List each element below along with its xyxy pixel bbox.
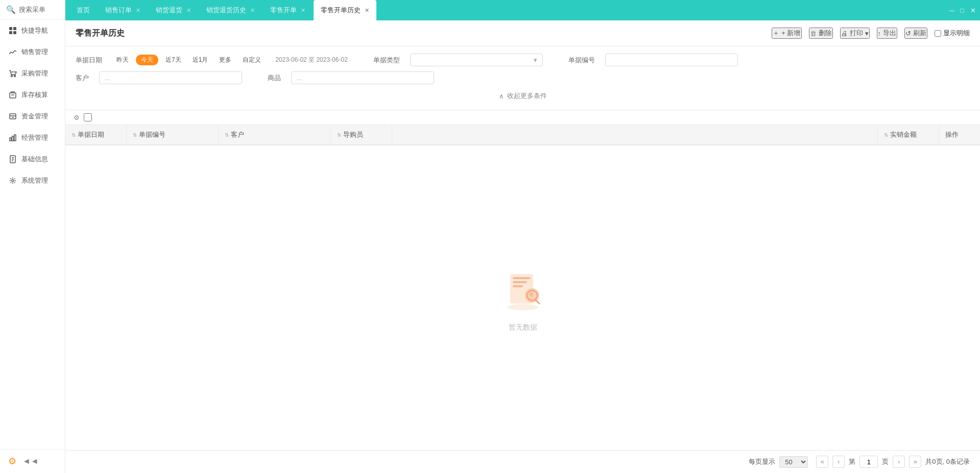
date-btn-today[interactable]: 今天	[136, 55, 158, 65]
th-amount[interactable]: ⇅ 实销金额	[878, 125, 939, 144]
per-page-label: 每页显示	[749, 457, 775, 466]
export-button[interactable]: ↑ 导出	[877, 28, 898, 39]
page-label-pre: 第	[849, 457, 855, 466]
collapse-label: 收起更多条件	[507, 91, 547, 101]
per-page-select[interactable]: 50 10 20 100	[779, 456, 808, 468]
doc-type-select[interactable]: ▾	[410, 54, 543, 66]
next-page-btn[interactable]: ›	[893, 456, 905, 468]
sidebar-item-finance[interactable]: 资金管理	[0, 106, 65, 127]
sidebar-item-operations[interactable]: 经营管理	[0, 127, 65, 148]
th-amount-label: 实销金额	[890, 130, 917, 139]
doc-num-input[interactable]	[605, 54, 738, 66]
tab-sales-return-close[interactable]: ✕	[186, 7, 191, 14]
sidebar-item-label: 销售管理	[21, 47, 48, 57]
date-btn-more[interactable]: 更多	[215, 55, 235, 65]
sidebar-item-label: 采购管理	[21, 69, 48, 78]
tab-home[interactable]: 首页	[69, 0, 97, 20]
main-area: 首页 销售订单 ✕ 销货退货 ✕ 销货退货历史 ✕ 零售开单 ✕ 零售开单历史 …	[65, 0, 980, 473]
window-close-btn[interactable]: ✕	[970, 7, 976, 14]
svg-rect-23	[513, 285, 523, 287]
th-guide-sort: ⇅	[337, 132, 341, 138]
date-btn-1month[interactable]: 近1月	[188, 55, 212, 65]
goods-input[interactable]: ...	[291, 71, 434, 84]
operations-icon	[8, 133, 17, 142]
svg-point-4	[11, 76, 13, 77]
page-number-input[interactable]	[859, 456, 878, 468]
sidebar-search[interactable]: 🔍 搜索采单	[0, 0, 65, 20]
th-guide[interactable]: ⇅ 导购员	[331, 125, 392, 144]
sidebar-item-quick-nav[interactable]: 快捷导航	[0, 20, 65, 41]
th-date-sort: ⇅	[71, 132, 76, 138]
doc-num-label: 单据编号	[568, 56, 595, 65]
date-btn-7days[interactable]: 近7天	[161, 55, 185, 65]
sidebar-item-label: 资金管理	[21, 112, 48, 121]
page-label-post: 页	[882, 457, 889, 466]
tab-retail-open[interactable]: 零售开单 ✕	[263, 0, 313, 20]
last-page-btn[interactable]: »	[909, 456, 921, 468]
th-amount-sort: ⇅	[884, 132, 888, 138]
tab-sales-order-close[interactable]: ✕	[136, 7, 140, 14]
tab-sales-order[interactable]: 销售订单 ✕	[98, 0, 148, 20]
header-actions: ＋ + 新增 🗑 删除 🖨 打印 ▾ ↑ 导出 ↺ 刷新 显示	[772, 28, 970, 39]
sidebar-item-basic-info[interactable]: 基础信息	[0, 148, 65, 170]
collapse-sidebar-icon[interactable]: ◄◄	[22, 457, 39, 466]
th-num[interactable]: ⇅ 单据编号	[127, 125, 219, 144]
customer-placeholder: ...	[105, 74, 110, 82]
window-max-btn[interactable]: □	[960, 7, 964, 14]
print-icon: 🖨	[841, 30, 848, 37]
collapse-filter-btn[interactable]: ∧ 收起更多条件	[76, 89, 970, 103]
tab-retail-history[interactable]: 零售开单历史 ✕	[314, 0, 376, 20]
tab-retail-open-close[interactable]: ✕	[301, 7, 305, 14]
filter-dates: 昨天 今天 近7天 近1月 更多 自定义	[112, 55, 265, 65]
sidebar-item-purchase-mgmt[interactable]: 采购管理	[0, 63, 65, 84]
svg-rect-8	[10, 114, 16, 119]
export-icon: ↑	[878, 30, 881, 37]
prev-page-btn[interactable]: ‹	[832, 456, 845, 468]
th-op-label: 操作	[945, 130, 959, 139]
sidebar-item-sales-mgmt[interactable]: 销售管理	[0, 41, 65, 63]
sidebar-item-inventory[interactable]: 库存核算	[0, 84, 65, 106]
tab-sales-return[interactable]: 销货退货 ✕	[149, 0, 198, 20]
refresh-button[interactable]: ↺ 刷新	[904, 28, 927, 39]
pagination: 每页显示 50 10 20 100 « ‹ 第 页 › » 共0页, 0条记录	[65, 450, 980, 473]
date-btn-yesterday[interactable]: 昨天	[112, 55, 133, 65]
svg-rect-11	[10, 138, 11, 141]
filter-row-1: 单据日期 昨天 今天 近7天 近1月 更多 自定义 2023-06-02 至 2…	[76, 54, 970, 66]
sidebar-item-sys-mgmt[interactable]: 系统管理	[0, 170, 65, 191]
window-min-btn[interactable]: ─	[949, 7, 954, 14]
doc-type-label: 单据类型	[373, 56, 400, 65]
svg-rect-12	[12, 136, 14, 141]
svg-rect-3	[13, 31, 16, 34]
th-customer-sort: ⇅	[225, 132, 229, 138]
date-btn-custom[interactable]: 自定义	[238, 55, 265, 65]
display-detail-checkbox[interactable]	[935, 30, 941, 37]
first-page-btn[interactable]: «	[816, 456, 828, 468]
display-detail-label: 显示明细	[943, 29, 970, 38]
th-customer[interactable]: ⇅ 客户	[219, 125, 331, 144]
sidebar-search-label: 搜索采单	[19, 5, 45, 14]
th-num-label: 单据编号	[139, 130, 165, 139]
svg-rect-1	[13, 27, 16, 30]
th-op: 操作	[939, 125, 980, 144]
display-detail-checkbox-wrapper[interactable]: 显示明细	[935, 29, 970, 38]
empty-illustration	[497, 264, 548, 315]
purchase-mgmt-icon	[8, 69, 17, 78]
tab-sales-return-history[interactable]: 销货退货历史 ✕	[199, 0, 262, 20]
empty-area: 暂无数据	[65, 145, 980, 450]
settings-bottom-icon[interactable]: ⚙	[8, 456, 16, 467]
tab-sales-return-history-close[interactable]: ✕	[250, 7, 255, 14]
th-date[interactable]: ⇅ 单据日期	[65, 125, 127, 144]
sidebar-bottom: ⚙ ◄◄	[0, 449, 65, 473]
th-guide-label: 导购员	[343, 130, 363, 139]
delete-button[interactable]: 🗑 删除	[809, 28, 833, 39]
table-settings-icon[interactable]: ⚙	[74, 114, 80, 121]
customer-input[interactable]: ...	[99, 71, 242, 84]
total-info: 共0页, 0条记录	[925, 457, 970, 466]
svg-rect-22	[513, 281, 527, 283]
add-button[interactable]: ＋ + 新增	[772, 28, 801, 39]
print-button[interactable]: 🖨 打印 ▾	[840, 28, 870, 39]
select-all-checkbox[interactable]	[84, 113, 92, 121]
svg-point-27	[530, 293, 533, 296]
table-toolbar: ⚙	[65, 110, 980, 125]
tab-retail-history-close[interactable]: ✕	[365, 7, 369, 14]
